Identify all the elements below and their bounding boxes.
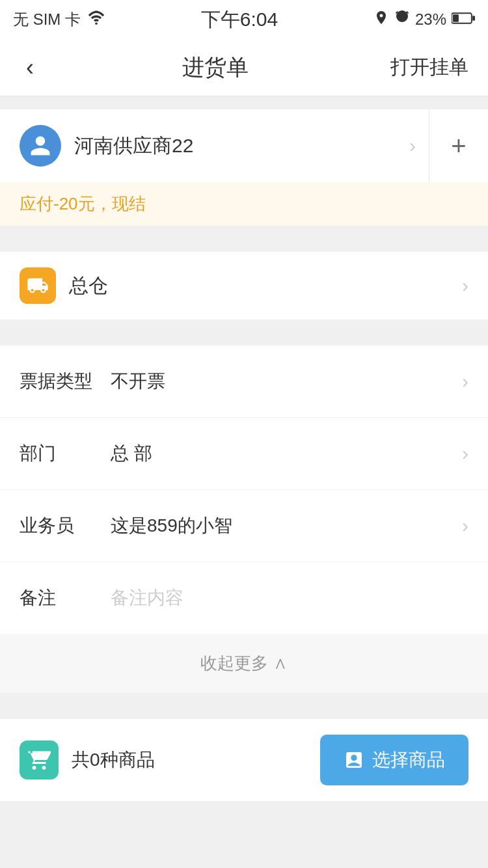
svg-rect-2 xyxy=(453,14,459,22)
remark-row[interactable]: 备注 备注内容 xyxy=(0,562,488,634)
svg-rect-3 xyxy=(472,16,475,21)
department-value: 总 部 xyxy=(111,441,462,466)
salesperson-chevron-icon: › xyxy=(462,515,468,537)
collapse-button[interactable]: 收起更多 ∧ xyxy=(0,634,488,693)
section-divider-2 xyxy=(0,226,488,239)
section-divider-3 xyxy=(0,319,488,332)
warehouse-name: 总仓 xyxy=(69,273,462,299)
select-product-label: 选择商品 xyxy=(372,748,445,772)
department-row[interactable]: 部门 总 部 › xyxy=(0,418,488,490)
status-right: 23% xyxy=(373,10,475,29)
warehouse-chevron-icon: › xyxy=(462,275,468,297)
warehouse-icon xyxy=(20,267,56,304)
section-divider-4 xyxy=(0,693,488,706)
info-text: 应付-20元，现结 xyxy=(20,194,146,213)
form-section: 票据类型 不开票 › 部门 总 部 › 业务员 这是859的小智 › 备注 备注… xyxy=(0,346,488,634)
alarm-icon xyxy=(394,10,410,29)
remark-input[interactable]: 备注内容 xyxy=(111,586,468,610)
battery-label: 23% xyxy=(415,10,446,29)
page-title: 进货单 xyxy=(182,53,249,83)
section-divider-1 xyxy=(0,96,488,109)
remark-label: 备注 xyxy=(20,586,98,610)
department-chevron-icon: › xyxy=(462,442,468,465)
invoice-type-label: 票据类型 xyxy=(20,369,98,394)
salesperson-row[interactable]: 业务员 这是859的小智 › xyxy=(0,490,488,562)
back-button[interactable]: ‹ xyxy=(20,47,40,88)
supplier-selector[interactable]: 河南供应商22 › xyxy=(0,109,429,182)
add-supplier-button[interactable]: + xyxy=(429,109,488,182)
bottom-bar: 共0种商品 选择商品 xyxy=(0,719,488,801)
carrier-label: 无 SIM 卡 xyxy=(13,9,81,30)
supplier-section: 河南供应商22 › + xyxy=(0,109,488,182)
salesperson-label: 业务员 xyxy=(20,513,98,538)
supplier-chevron-icon: › xyxy=(409,135,416,157)
supplier-avatar xyxy=(20,125,61,167)
info-banner: 应付-20元，现结 xyxy=(0,182,488,226)
status-left: 无 SIM 卡 xyxy=(13,8,105,31)
wifi-icon xyxy=(87,8,105,31)
department-label: 部门 xyxy=(20,441,98,466)
salesperson-value: 这是859的小智 xyxy=(111,513,462,538)
invoice-type-chevron-icon: › xyxy=(462,370,468,392)
warehouse-section[interactable]: 总仓 › xyxy=(0,252,488,319)
select-product-icon xyxy=(344,750,364,770)
select-product-button[interactable]: 选择商品 xyxy=(320,735,468,785)
status-bar: 无 SIM 卡 下午6:04 23% xyxy=(0,0,488,39)
invoice-type-row[interactable]: 票据类型 不开票 › xyxy=(0,346,488,418)
supplier-name: 河南供应商22 xyxy=(74,133,403,159)
open-pending-button[interactable]: 打开挂单 xyxy=(390,54,468,81)
product-count-label: 共0种商品 xyxy=(72,748,307,772)
battery-icon xyxy=(452,10,475,29)
location-icon xyxy=(373,10,389,29)
gray-fill-area xyxy=(0,801,488,868)
collapse-label: 收起更多 ∧ xyxy=(200,653,287,673)
product-icon xyxy=(20,740,59,780)
invoice-type-value: 不开票 xyxy=(111,369,462,394)
status-time: 下午6:04 xyxy=(201,7,278,33)
svg-point-0 xyxy=(95,23,98,25)
nav-bar: ‹ 进货单 打开挂单 xyxy=(0,39,488,96)
